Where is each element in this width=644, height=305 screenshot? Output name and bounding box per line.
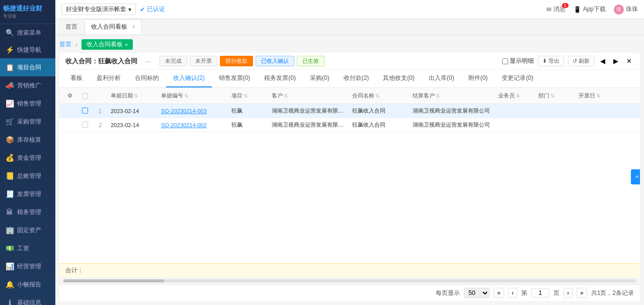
user-avatar[interactable]: 珠 珠珠 xyxy=(614,5,638,15)
export-button[interactable]: ⬇ 导出 xyxy=(538,56,564,66)
td-sales-1 xyxy=(495,110,535,113)
status-btn-uninvoiced[interactable]: 未开票 xyxy=(190,56,217,66)
sidebar-item-fixed-assets[interactable]: 🏢 固定资产 xyxy=(0,221,55,239)
sort-docno-icon: ⇅ xyxy=(184,93,188,98)
next-page-button[interactable]: ▶ xyxy=(611,56,620,66)
app-download-button[interactable]: 📱 App下载 xyxy=(574,5,606,14)
tab-profit[interactable]: 盈利分析 xyxy=(90,70,128,87)
row2-checkbox[interactable] xyxy=(82,122,88,128)
export-icon: ⬇ xyxy=(542,58,547,64)
th-salesperson[interactable]: 业务员⇅ xyxy=(495,90,535,101)
more-options-button[interactable]: ··· xyxy=(142,57,154,65)
tab-purchase[interactable]: 采购(0) xyxy=(303,70,337,87)
sidebar-purchase-label: 采购管理 xyxy=(17,118,41,126)
page-text-after: 页 xyxy=(553,289,559,297)
td-docno-1[interactable]: SQ-20230214-003 xyxy=(158,107,228,116)
tab-warehouse[interactable]: 出入库(0) xyxy=(422,70,461,87)
td-docno-2[interactable]: SQ-20230214-002 xyxy=(158,121,228,130)
breadcrumb-home[interactable]: 首页 xyxy=(59,40,71,49)
message-button[interactable]: ✉ 1 消息 xyxy=(546,5,566,14)
tab-home[interactable]: 首页 xyxy=(59,19,84,35)
th-settle[interactable]: 结算客户⇅ xyxy=(410,90,495,101)
status-btn-confirmed[interactable]: 已收入确认 xyxy=(256,56,294,66)
sidebar-item-search[interactable]: 🔍 搜索菜单 xyxy=(0,24,55,41)
sidebar-search-label: 搜索菜单 xyxy=(17,29,41,37)
tab-kanban[interactable]: 看板 xyxy=(63,70,90,87)
contract-title: 收入合同：狂飙收入合同 xyxy=(65,57,137,66)
sidebar-item-report[interactable]: 🔔 小畅报告 xyxy=(0,275,55,293)
tab-home-label: 首页 xyxy=(65,23,77,31)
per-page-select[interactable]: 50 100 200 xyxy=(464,288,490,298)
tab-contract-target[interactable]: 合同标的 xyxy=(128,70,166,87)
sidebar-item-ledger[interactable]: 📒 总账管理 xyxy=(0,167,55,185)
right-float-action-button[interactable]: ≡ xyxy=(631,169,640,184)
sidebar-item-purchase[interactable]: 🛒 采购管理 xyxy=(0,113,55,131)
td-check-1[interactable] xyxy=(77,106,93,116)
first-page-button[interactable]: « xyxy=(494,288,504,298)
sidebar-item-invoice[interactable]: 🧾 发票管理 xyxy=(0,185,55,203)
sidebar-item-project-contract[interactable]: 📋 项目合同 xyxy=(0,58,55,76)
tab-other-income[interactable]: 其他收支(0) xyxy=(376,70,422,87)
prev-page-button[interactable]: ◀ xyxy=(598,56,607,66)
th-dept[interactable]: 部门⇅ xyxy=(535,90,576,101)
show-detail-checkbox[interactable] xyxy=(502,58,508,64)
header-checkbox[interactable] xyxy=(82,93,88,99)
sidebar-item-sales[interactable]: 📈 销售管理 xyxy=(0,94,55,113)
current-page-input[interactable] xyxy=(531,288,549,297)
contract-board-close-icon[interactable]: × xyxy=(125,42,128,48)
scrollbar-thumb[interactable] xyxy=(63,279,164,282)
th-date[interactable]: 单据日期⇅ xyxy=(108,90,158,101)
tab-tax-invoice[interactable]: 税务发票(0) xyxy=(257,70,303,87)
topbar: 好业财专业版演示帐套 ▾ ✔ 已认证 ✉ 1 消息 📱 App下载 珠 珠珠 xyxy=(55,0,644,19)
sort-date-icon: ⇅ xyxy=(134,93,138,98)
tab-change-log[interactable]: 变更记录(0) xyxy=(495,70,540,87)
th-contract[interactable]: 合同名称⇅ xyxy=(349,90,410,101)
row1-checkbox[interactable] xyxy=(82,108,88,114)
td-dept-1 xyxy=(535,110,576,113)
contract-board-tab-btn[interactable]: 收入合同看板 × xyxy=(82,39,133,50)
tab-payment[interactable]: 收付款(2) xyxy=(337,70,376,87)
sidebar-item-marketing[interactable]: 📣 营销推广 xyxy=(0,76,55,94)
close-panel-button[interactable]: ✕ xyxy=(624,56,634,66)
status-btn-incomplete[interactable]: 未完成 xyxy=(159,56,187,66)
tab-contract-board[interactable]: 收入合同看板 × xyxy=(85,19,142,35)
contract-board-tab-label: 收入合同看板 xyxy=(87,40,123,49)
sidebar-quicknav-label: 快捷导航 xyxy=(17,46,41,54)
next-page-btn[interactable]: › xyxy=(564,288,573,298)
contract-action-btns: 显示明细 ⬇ 导出 ↺ 刷新 ◀ ▶ ✕ xyxy=(502,56,634,66)
sidebar-item-tax[interactable]: 🏛 税务管理 xyxy=(0,203,55,221)
td-check-2[interactable] xyxy=(77,120,93,130)
prev-page-btn[interactable]: ‹ xyxy=(508,288,517,298)
td-contract-2: 狂飙收入合同 xyxy=(349,120,410,130)
sidebar-item-management[interactable]: 📊 经营管理 xyxy=(0,257,55,275)
status-btn-partial[interactable]: 部分收款 xyxy=(220,56,253,66)
fixed-assets-icon: 🏢 xyxy=(5,226,14,235)
company-selector[interactable]: 好业财专业版演示帐套 ▾ xyxy=(61,4,136,15)
export-label: 导出 xyxy=(548,57,559,65)
tab-revenue-confirm[interactable]: 收入确认(2) xyxy=(166,70,212,87)
th-client[interactable]: 客户⇅ xyxy=(269,90,349,101)
th-project[interactable]: 项目⇅ xyxy=(228,90,269,101)
tab-close-icon[interactable]: × xyxy=(132,24,135,30)
refresh-button[interactable]: ↺ 刷新 xyxy=(568,56,594,66)
sidebar-item-finance[interactable]: 💰 资金管理 xyxy=(0,149,55,167)
th-docno[interactable]: 单据编号⇅ xyxy=(158,90,228,101)
sidebar-item-quicknav[interactable]: ⚡ 快捷导航 xyxy=(0,41,55,58)
show-detail-checkbox-label[interactable]: 显示明细 xyxy=(502,57,534,65)
management-icon: 📊 xyxy=(5,262,14,271)
status-btn-effective[interactable]: 已生效 xyxy=(297,56,325,66)
th-opendate[interactable]: 开票日⇅ xyxy=(576,90,621,101)
sidebar-item-payroll[interactable]: 💵 工资 xyxy=(0,239,55,257)
th-settings[interactable]: ⚙ xyxy=(62,90,77,101)
last-page-button[interactable]: » xyxy=(577,288,587,298)
table-row[interactable]: 2 2023-02-14 SQ-20230214-002 狂飙 湖南卫视商业运营… xyxy=(59,118,640,132)
horizontal-scrollbar[interactable] xyxy=(59,277,640,284)
table-row[interactable]: 1 2023-02-14 SQ-20230214-003 狂飙 湖南卫视商业运营… xyxy=(59,104,640,118)
sidebar-item-basic-info[interactable]: ℹ 基础信息 xyxy=(0,293,55,305)
tab-sales-invoice[interactable]: 销售发票(0) xyxy=(212,70,258,87)
sidebar-item-inventory[interactable]: 📦 库存核算 xyxy=(0,131,55,149)
nav-arrow-right-icon: › xyxy=(75,41,77,48)
user-name: 珠珠 xyxy=(626,5,638,14)
main-tabbar: 首页 收入合同看板 × xyxy=(55,19,644,35)
tab-attachment[interactable]: 附件(0) xyxy=(461,70,495,87)
